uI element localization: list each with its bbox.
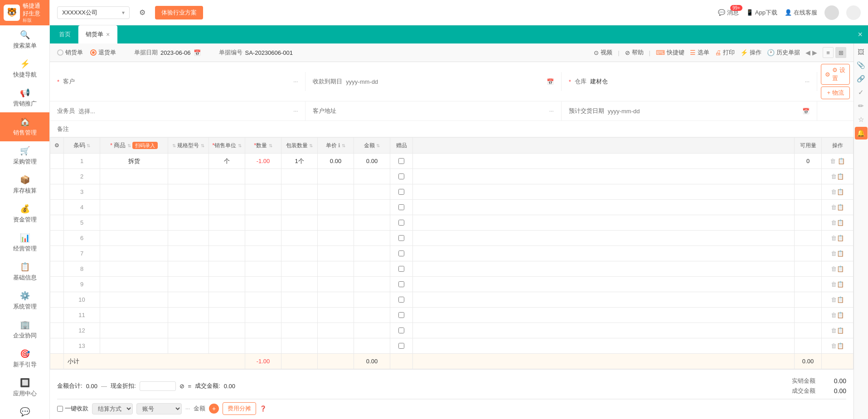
gift-cb-6[interactable]	[398, 235, 404, 241]
copy-icon-1[interactable]: 📋	[838, 158, 845, 164]
del-12[interactable]: 🗑	[831, 327, 837, 334]
gift-cb-3[interactable]	[398, 189, 404, 195]
copy-3[interactable]: 📋	[837, 188, 844, 195]
app-download-action[interactable]: 📱 App下载	[746, 9, 777, 17]
del-8[interactable]: 🗑	[831, 265, 837, 272]
sort-spec2[interactable]: ⇅	[201, 143, 204, 148]
gift-cb-9[interactable]	[398, 281, 404, 287]
sidebar-item-app[interactable]: 🔲 应用中心	[0, 373, 49, 402]
select-action[interactable]: ☰ 选单	[690, 48, 709, 57]
user-avatar2[interactable]	[846, 5, 861, 20]
copy-2[interactable]: 📋	[837, 173, 844, 180]
payment-method-select[interactable]: 结算方式	[92, 403, 133, 414]
sort-amount[interactable]: ⇅	[376, 143, 380, 148]
sidebar-item-quick-nav[interactable]: ⚡ 快捷导航	[0, 54, 49, 83]
copy-4[interactable]: 📋	[837, 204, 844, 211]
logistics-btn[interactable]: + 物流	[821, 87, 850, 99]
copy-5[interactable]: 📋	[837, 219, 844, 226]
copy-8[interactable]: 📋	[837, 265, 844, 272]
del-2[interactable]: 🗑	[831, 173, 837, 180]
sort-spec[interactable]: ⇅	[172, 143, 176, 148]
radio-sales[interactable]: 销货单	[57, 48, 83, 57]
settings-icon[interactable]: ⚙	[135, 5, 150, 20]
list-view-btn[interactable]: ≡	[823, 47, 834, 58]
company-selector[interactable]: XXXXXX公司 ▾	[57, 6, 130, 19]
payment-account-select[interactable]: 账号	[136, 403, 182, 414]
sidebar-item-search[interactable]: 🔍 搜索菜单	[0, 25, 49, 54]
online-service-action[interactable]: 👤 在线客服	[785, 9, 817, 17]
sort-price[interactable]: ⇅	[342, 143, 345, 148]
tab-close-icon[interactable]: ×	[106, 31, 110, 38]
del-9[interactable]: 🗑	[831, 281, 837, 288]
gift-cb-4[interactable]	[398, 204, 404, 210]
sort-product[interactable]: ⇅	[127, 143, 131, 148]
gift-cb-13[interactable]	[398, 343, 404, 349]
sidebar-item-fund[interactable]: 💰 资金管理	[0, 199, 49, 228]
history-action[interactable]: 🕐 历史单据	[767, 48, 800, 57]
add-payment-btn[interactable]: +	[209, 404, 219, 414]
user-avatar[interactable]	[824, 5, 839, 20]
th-gear[interactable]: ⚙	[50, 138, 64, 154]
gift-cb-12[interactable]	[398, 327, 404, 333]
salesperson-ellipsis[interactable]: ···	[293, 108, 298, 114]
close-all-icon[interactable]: ×	[858, 30, 863, 39]
copy-13[interactable]: 📋	[837, 342, 844, 349]
sort-barcode[interactable]: ⇅	[87, 143, 90, 148]
video-action[interactable]: ⊙ 视频	[594, 48, 612, 57]
gift-cb-10[interactable]	[398, 297, 404, 303]
del-5[interactable]: 🗑	[831, 219, 837, 226]
del-11[interactable]: 🗑	[831, 312, 837, 318]
calendar-icon[interactable]: 📅	[194, 49, 201, 56]
sidebar-item-purchase[interactable]: 🛒 采购管理	[0, 141, 49, 170]
sort-qty[interactable]: ⇅	[269, 143, 272, 148]
prev-icon[interactable]: ◀	[805, 49, 810, 56]
gift-cb-11[interactable]	[398, 312, 404, 318]
customer-input[interactable]	[78, 78, 290, 85]
expense-info-icon[interactable]: ❓	[260, 405, 267, 412]
sidebar-item-weixin[interactable]: 💬 企业微信	[0, 402, 49, 419]
sidebar-item-basics[interactable]: 📋 基础信息	[0, 257, 49, 286]
float-check-btn[interactable]: ✓	[855, 86, 868, 99]
next-icon[interactable]: ▶	[812, 49, 817, 56]
copy-11[interactable]: 📋	[837, 312, 844, 318]
sort-pkg[interactable]: ⇅	[309, 143, 313, 148]
gift-cb-7[interactable]	[398, 250, 404, 256]
one-click-checkbox[interactable]	[57, 406, 63, 412]
del-3[interactable]: 🗑	[831, 188, 837, 195]
help-action[interactable]: ⊘ 帮助	[625, 48, 644, 57]
sidebar-item-beginner[interactable]: 🎯 新手引导	[0, 344, 49, 373]
copy-10[interactable]: 📋	[837, 296, 844, 303]
float-attach-btn[interactable]: 📎	[855, 59, 868, 72]
tab-sales-order[interactable]: 销货单 ×	[78, 25, 117, 43]
remarks-input[interactable]	[73, 125, 846, 132]
cash-discount-input[interactable]	[140, 381, 176, 391]
gift-cb-8[interactable]	[398, 266, 404, 272]
sidebar-item-marketing[interactable]: 📢 营销推广	[0, 83, 49, 112]
address-ellipsis[interactable]: ···	[549, 108, 554, 114]
float-star-btn[interactable]: ☆	[855, 113, 868, 126]
account-ellipsis[interactable]: ···	[185, 405, 190, 412]
del-13[interactable]: 🗑	[831, 342, 837, 349]
sort-unit[interactable]: ⇅	[238, 143, 242, 148]
del-6[interactable]: 🗑	[831, 235, 837, 241]
price-info-icon[interactable]: ℹ	[338, 142, 340, 149]
due-date-input[interactable]	[346, 78, 543, 85]
expected-cal-icon[interactable]: 📅	[802, 108, 810, 115]
gift-checkbox-1[interactable]	[398, 158, 404, 164]
message-action[interactable]: 💬 消息 99+	[718, 9, 739, 17]
experience-button[interactable]: 体验行业方案	[155, 6, 203, 19]
expense-btn[interactable]: 费用分摊	[223, 402, 256, 415]
sidebar-item-sales[interactable]: 🏠 销售管理	[0, 112, 49, 141]
operations-action[interactable]: ⚡ 操作	[740, 48, 761, 57]
settings-btn[interactable]: ⚙ ⚙ 设置	[821, 64, 850, 85]
salesperson-input[interactable]	[78, 108, 290, 115]
copy-12[interactable]: 📋	[837, 327, 844, 334]
copy-9[interactable]: 📋	[837, 281, 844, 288]
grid-view-btn[interactable]: ⊞	[835, 47, 846, 58]
sidebar-item-inventory[interactable]: 📦 库存核算	[0, 170, 49, 199]
gift-cb-5[interactable]	[398, 220, 404, 226]
float-edit-btn[interactable]: ✏	[855, 100, 868, 112]
address-input[interactable]	[340, 108, 545, 115]
del-10[interactable]: 🗑	[831, 296, 837, 303]
gift-cb-2[interactable]	[398, 173, 404, 179]
